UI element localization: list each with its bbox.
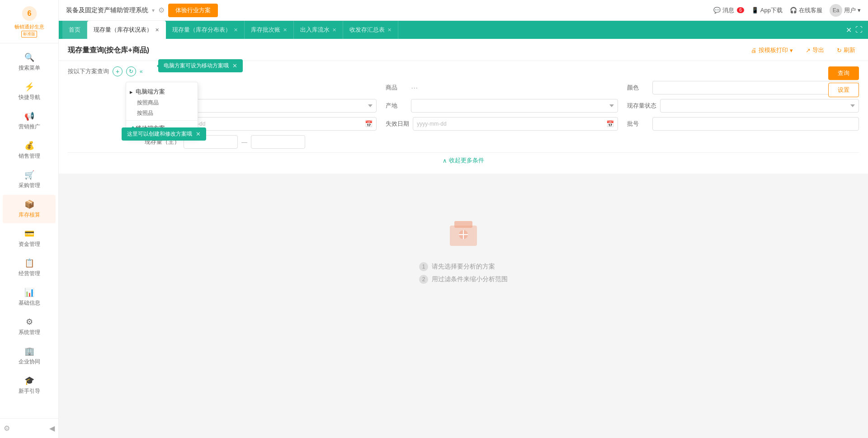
export-btn[interactable]: ↗ 导出	[802, 44, 828, 56]
tab-bar-actions: ✕ ⛶	[846, 26, 868, 34]
size-select[interactable]	[170, 99, 377, 113]
tab-home-label: 首页	[69, 26, 80, 34]
expire-date-placeholder: yyyy-mm-dd	[417, 121, 446, 127]
sidebar-item-system[interactable]: ⚙ 系统管理	[3, 312, 56, 341]
stock-status-label: 现存量状态	[627, 102, 656, 110]
system-title: 装备及固定资产辅助管理系统	[66, 6, 148, 14]
sidebar-item-guide[interactable]: 🎓 新手引导	[3, 371, 56, 400]
tab-stock-dist-close[interactable]: ✕	[234, 27, 238, 33]
tab-stock-dist[interactable]: 现存量（库存分布表） ✕	[166, 21, 245, 39]
system-dropdown-icon[interactable]: ▾	[152, 7, 155, 14]
tab-home[interactable]: 首页	[62, 21, 87, 39]
tooltip2-close[interactable]: ✕	[196, 131, 201, 137]
message-item[interactable]: 💬 消息 6	[713, 6, 744, 14]
close-all-tabs-icon[interactable]: ✕	[846, 26, 852, 34]
filter-refresh-btn[interactable]: ↻	[126, 66, 136, 76]
goods-dots[interactable]: ···	[411, 83, 418, 93]
scheme-desktop-header[interactable]: ▸ 电脑端方案	[126, 86, 198, 98]
message-icon: 💬	[713, 7, 721, 14]
sidebar-collapse-icon[interactable]: ◀	[49, 424, 55, 433]
tab-receive-summary[interactable]: 收发存汇总表 ✕	[343, 21, 398, 39]
sidebar-item-quick-nav[interactable]: ⚡ 快捷导航	[3, 77, 56, 106]
collapse-btn[interactable]: ∧ 收起更多条件	[443, 156, 484, 165]
tab-batch-ledger[interactable]: 库存批次账 ✕	[245, 21, 294, 39]
scheme-sub-by-goods[interactable]: 按照商品	[126, 98, 198, 108]
tab-receive-summary-close[interactable]: ✕	[387, 27, 392, 33]
sidebar-item-search-menu[interactable]: 🔍 搜索菜单	[3, 48, 56, 76]
sidebar-settings-icon[interactable]: ⚙	[4, 424, 10, 433]
filter-area: 按以下方案查询 + ↻ « 电脑方案可设为移动方案哦 ✕ ▸	[59, 61, 868, 174]
sidebar-item-marketing[interactable]: 📢 营销推广	[3, 107, 56, 135]
refresh-btn[interactable]: ↻ 刷新	[833, 44, 859, 56]
support-icon: 🎧	[790, 7, 797, 14]
page-content: 现存量查询(按仓库+商品) 🖨 按模板打印 ▾ ↗ 导出 ↻ 刷新	[59, 39, 868, 438]
header-left: 装备及固定资产辅助管理系统 ▾ ⚙ 体验行业方案	[66, 4, 218, 17]
range-sep: —	[241, 139, 247, 146]
guide-icon: 🎓	[24, 376, 34, 386]
tab-batch-ledger-close[interactable]: ✕	[283, 27, 287, 33]
top-header: 装备及固定资产辅助管理系统 ▾ ⚙ 体验行业方案 💬 消息 6 📱 App下载 …	[59, 0, 868, 21]
print-btn[interactable]: 🖨 按模板打印 ▾	[747, 44, 797, 56]
expire-date-label: 失效日期	[386, 120, 409, 128]
origin-select[interactable]	[411, 99, 618, 113]
sidebar-item-finance[interactable]: 💳 资金管理	[3, 224, 56, 253]
svg-rect-3	[454, 221, 472, 228]
sidebar-item-purchase[interactable]: 🛒 采购管理	[3, 165, 56, 194]
online-support-item[interactable]: 🎧 在线客服	[790, 6, 822, 14]
expire-date-input[interactable]: yyyy-mm-dd 📅	[413, 117, 618, 131]
scheme-sub-label: 按照商品	[137, 99, 159, 106]
search-btn[interactable]: 查询	[828, 66, 859, 80]
empty-step2: 2 用过滤条件来缩小分析范围	[419, 275, 508, 284]
message-badge: 6	[737, 7, 744, 13]
sidebar-item-inventory[interactable]: 📦 库存核算	[3, 195, 56, 223]
empty-state-icon	[441, 210, 486, 255]
filter-origin: 产地	[386, 99, 618, 113]
tab-inout-flow-close[interactable]: ✕	[332, 27, 336, 33]
scheme-sub-by-item[interactable]: 按照品	[126, 108, 198, 118]
sidebar-item-sales[interactable]: 💰 销售管理	[3, 136, 56, 165]
tab-stock-status-close[interactable]: ✕	[155, 27, 159, 33]
svg-text:6: 6	[27, 9, 31, 17]
operations-icon: 📋	[24, 258, 34, 268]
expire-date-icon[interactable]: 📅	[606, 120, 614, 127]
tooltip-desktop-scheme: 电脑方案可设为移动方案哦 ✕	[158, 59, 243, 72]
industry-btn[interactable]: 体验行业方案	[168, 4, 218, 17]
sidebar-item-label: 企业协同	[19, 358, 40, 366]
sidebar-item-label: 基础信息	[19, 299, 40, 307]
export-icon: ↗	[806, 47, 811, 54]
sidebar-bottom: ⚙ ◀	[0, 418, 58, 438]
batch-label: 批号	[627, 120, 649, 128]
filter-back-btn[interactable]: «	[140, 68, 143, 75]
avatar: Ea	[830, 4, 842, 17]
maximize-icon[interactable]: ⛶	[855, 26, 863, 34]
sidebar-item-label: 搜索菜单	[19, 64, 40, 72]
sidebar-item-operations[interactable]: 📋 经营管理	[3, 254, 56, 282]
tab-inout-flow[interactable]: 出入库流水 ✕	[294, 21, 343, 39]
tab-stock-status[interactable]: 现存量（库存状况表） ✕	[87, 21, 166, 39]
collapse-label: 收起更多条件	[449, 156, 484, 165]
sidebar-item-label: 快捷导航	[19, 94, 40, 101]
header-right: 💬 消息 6 📱 App下载 🎧 在线客服 Ea 用户 ▾	[713, 4, 861, 17]
origin-label: 产地	[386, 102, 407, 110]
filter-label: 按以下方案查询	[68, 67, 109, 75]
collapse-icon: ∧	[443, 157, 447, 164]
sidebar-item-label: 采购管理	[19, 182, 40, 189]
stock-status-select[interactable]	[660, 99, 859, 113]
user-dropdown-icon: ▾	[858, 7, 861, 14]
sidebar-item-enterprise[interactable]: 🏢 企业协同	[3, 342, 56, 370]
tooltip1-close[interactable]: ✕	[232, 62, 237, 69]
filter-add-btn[interactable]: +	[113, 66, 123, 76]
app-download-item[interactable]: 📱 App下载	[751, 6, 783, 14]
produce-date-icon[interactable]: 📅	[365, 120, 373, 127]
print-dropdown-icon: ▾	[790, 47, 793, 54]
purchase-icon: 🛒	[24, 170, 34, 180]
batch-input[interactable]	[652, 117, 859, 131]
header-gear-icon[interactable]: ⚙	[158, 6, 165, 14]
tooltip2-text: 这里可以创建和修改方案哦	[127, 130, 192, 138]
reset-btn[interactable]: 设置	[828, 83, 859, 97]
sidebar-item-base-info[interactable]: 📊 基础信息	[3, 283, 56, 311]
tab-bar: 首页 现存量（库存状况表） ✕ 现存量（库存分布表） ✕ 库存批次账 ✕ 出入库…	[59, 21, 868, 39]
stock-qty-max[interactable]	[251, 135, 305, 149]
user-item[interactable]: Ea 用户 ▾	[830, 4, 861, 17]
filter-color: 颜色	[627, 81, 859, 94]
